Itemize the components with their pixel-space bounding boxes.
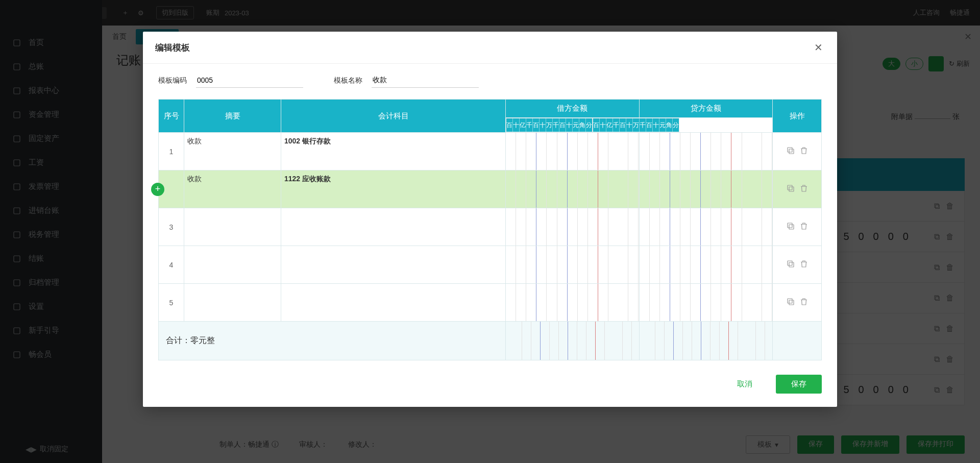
- svg-rect-16: [789, 187, 794, 191]
- row-summary[interactable]: [184, 246, 281, 284]
- svg-rect-21: [788, 261, 792, 265]
- col-credit: 贷方金额: [639, 100, 773, 118]
- row-subject[interactable]: 1002 银行存款: [281, 133, 506, 170]
- row-debit[interactable]: [506, 170, 640, 208]
- row-credit[interactable]: [639, 284, 773, 322]
- delete-icon[interactable]: [799, 184, 808, 193]
- col-debit: 借方金额: [506, 100, 640, 118]
- row-op: [773, 284, 822, 322]
- svg-rect-18: [789, 225, 794, 229]
- row-summary[interactable]: 收款: [184, 133, 281, 170]
- template-code-input[interactable]: [196, 73, 303, 88]
- col-operation: 操作: [773, 100, 822, 133]
- cancel-button[interactable]: 取消: [722, 375, 768, 394]
- svg-rect-20: [789, 262, 794, 267]
- row-op: [773, 246, 822, 284]
- row-seq: 1: [159, 133, 184, 170]
- delete-icon[interactable]: [799, 259, 808, 269]
- row-debit[interactable]: [506, 133, 640, 170]
- row-seq: 5: [159, 284, 184, 322]
- row-seq: +: [159, 170, 184, 208]
- template-name-input[interactable]: [372, 73, 479, 88]
- modal-title: 编辑模板: [155, 42, 190, 54]
- total-debit: [506, 322, 640, 360]
- template-code-label: 模板编码: [158, 76, 187, 85]
- row-credit[interactable]: [639, 246, 773, 284]
- row-debit[interactable]: [506, 208, 640, 246]
- svg-rect-17: [788, 185, 792, 190]
- copy-icon[interactable]: [786, 184, 795, 193]
- row-op: [773, 133, 822, 170]
- row-credit[interactable]: [639, 208, 773, 246]
- col-summary: 摘要: [184, 100, 281, 133]
- table-row[interactable]: 4: [159, 246, 822, 284]
- svg-rect-14: [789, 149, 794, 154]
- copy-icon[interactable]: [786, 259, 795, 269]
- table-row[interactable]: 5: [159, 284, 822, 322]
- total-op: [773, 322, 822, 360]
- row-summary[interactable]: [184, 208, 281, 246]
- table-row[interactable]: 3: [159, 208, 822, 246]
- row-subject[interactable]: [281, 208, 506, 246]
- template-name-label: 模板名称: [334, 76, 362, 85]
- total-credit: [639, 322, 773, 360]
- row-op: [773, 170, 822, 208]
- svg-rect-15: [788, 148, 792, 152]
- copy-icon[interactable]: [786, 222, 795, 231]
- delete-icon[interactable]: [799, 222, 808, 231]
- row-subject[interactable]: [281, 246, 506, 284]
- row-debit[interactable]: [506, 246, 640, 284]
- col-subject: 会计科目: [281, 100, 506, 133]
- total-row: 合计：零元整: [159, 322, 506, 360]
- row-subject[interactable]: [281, 284, 506, 322]
- col-seq: 序号: [159, 100, 184, 133]
- save-button[interactable]: 保存: [776, 375, 822, 394]
- row-seq: 3: [159, 208, 184, 246]
- copy-icon[interactable]: [786, 146, 795, 155]
- svg-rect-22: [789, 300, 794, 305]
- row-op: [773, 208, 822, 246]
- row-summary[interactable]: [184, 284, 281, 322]
- close-icon[interactable]: ✕: [812, 41, 825, 54]
- delete-icon[interactable]: [799, 146, 808, 155]
- delete-icon[interactable]: [799, 297, 808, 306]
- svg-rect-23: [788, 299, 792, 303]
- table-row[interactable]: 1收款1002 银行存款: [159, 133, 822, 170]
- row-debit[interactable]: [506, 284, 640, 322]
- add-row-icon[interactable]: +: [151, 183, 164, 196]
- row-summary[interactable]: 收款: [184, 170, 281, 208]
- row-subject[interactable]: 1122 应收账款: [281, 170, 506, 208]
- table-row[interactable]: +收款1122 应收账款: [159, 170, 822, 208]
- credit-units: 百十亿千百十万千百十元角分: [593, 118, 679, 132]
- row-credit[interactable]: [639, 170, 773, 208]
- svg-rect-19: [788, 223, 792, 228]
- copy-icon[interactable]: [786, 297, 795, 306]
- edit-template-modal: 编辑模板 ✕ 模板编码 模板名称 序号 摘要 会计科目: [143, 32, 837, 407]
- row-credit[interactable]: [639, 133, 773, 170]
- debit-units: 百十亿千百十万千百十元角分: [506, 118, 593, 132]
- row-seq: 4: [159, 246, 184, 284]
- voucher-template-table: 序号 摘要 会计科目 借方金额 贷方金额 操作 百十亿千百十万千百十元角分 百十…: [158, 99, 822, 360]
